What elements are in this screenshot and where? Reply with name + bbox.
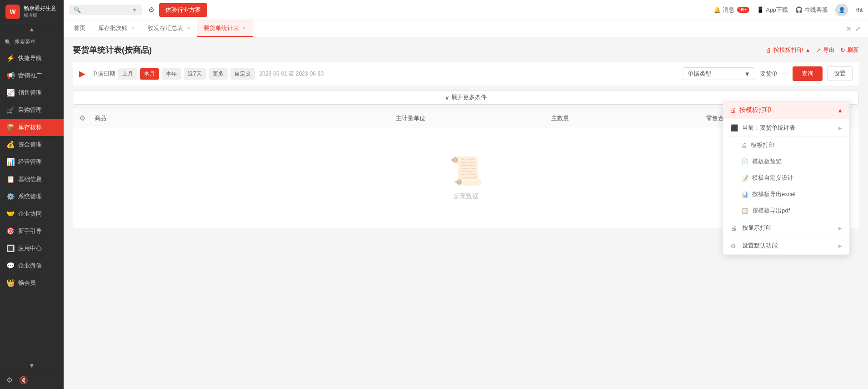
- page-header: 要货单统计表(按商品) 🖨 按模板打印 ▲ ↗ 导出 ↻ 刷新: [73, 45, 859, 56]
- topbar: 🔍 ▼ ⚙ 体验行业方案 🔔 消息 99+ 📱 App下载 🎧 在线客服 👤 R…: [64, 0, 868, 20]
- search-input[interactable]: [84, 7, 129, 13]
- print-btn-label: 按模板打印: [773, 46, 803, 54]
- date-btn-custom[interactable]: 自定义: [230, 68, 255, 80]
- dropdown-current-item[interactable]: ⬛ 当前：要货单统计表 ▶: [723, 119, 849, 136]
- window-expand-icon[interactable]: ⤢: [855, 25, 861, 32]
- sidebar-item-app-center[interactable]: 🔳 应用中心: [0, 240, 64, 257]
- display-print-icon: 🖨: [730, 224, 738, 232]
- tab-batch-account[interactable]: 库存批次账 ×: [92, 20, 141, 37]
- sidebar-item-quick-nav[interactable]: ⚡ 快捷导航: [0, 50, 64, 67]
- footer-help-icon[interactable]: 🔇: [19, 376, 28, 384]
- col-product-header: 商品: [95, 114, 387, 122]
- sidebar-item-wechat[interactable]: 💬 企业微信: [0, 257, 64, 274]
- search-menu-item[interactable]: 🔍 搜索菜单: [0, 35, 64, 50]
- tab-order-stats-close[interactable]: ×: [242, 25, 246, 31]
- dropdown-display-print[interactable]: 🖨 按显示打印 ▶: [723, 219, 849, 237]
- expand-more-label: 展开更多条件: [451, 93, 487, 101]
- query-btn[interactable]: 查询: [793, 66, 823, 81]
- sidebar-item-enterprise[interactable]: 🤝 企业协同: [0, 205, 64, 222]
- tab-collection-summary[interactable]: 收发存汇总表 ×: [141, 20, 197, 37]
- col-settings-icon[interactable]: ⚙: [79, 114, 85, 122]
- sidebar-item-basic-info[interactable]: 📋 基础信息: [0, 171, 64, 188]
- system-icon: ⚙️: [6, 192, 15, 201]
- expand-more-icon: ∨: [445, 94, 449, 101]
- scroll-down-btn[interactable]: ▼: [0, 360, 64, 371]
- settings-btn[interactable]: 设置: [827, 66, 853, 81]
- sidebar-item-marketing[interactable]: 📢 营销推广: [0, 67, 64, 84]
- sidebar-item-system[interactable]: ⚙️ 系统管理: [0, 188, 64, 205]
- sidebar-item-label: 采购管理: [18, 106, 42, 114]
- app-download-action[interactable]: 📱 App下载: [757, 6, 788, 14]
- tab-batch-account-label: 库存批次账: [98, 24, 128, 32]
- dropdown-template-preview[interactable]: 📄 模板板预览: [723, 153, 849, 170]
- date-btn-prev[interactable]: 上月: [118, 68, 137, 80]
- search-dropdown-icon[interactable]: ▼: [132, 7, 137, 13]
- tab-home-label: 首页: [74, 24, 85, 32]
- sidebar-nav: ⚡ 快捷导航 📢 营销推广 📈 销售管理 🛒 采购管理 📦 库存核算 💰 资金管…: [0, 50, 64, 360]
- sidebar: W 畅康通好生意 标准版 ▲ 🔍 搜索菜单 ⚡ 快捷导航 📢 营销推广 📈 销售…: [0, 0, 64, 389]
- user-avatar[interactable]: 👤: [835, 4, 848, 16]
- gear-icon[interactable]: ⚙: [148, 5, 155, 14]
- sidebar-item-finance[interactable]: 💰 资金管理: [0, 136, 64, 153]
- col-unit-header: 主计量单位: [396, 114, 542, 122]
- dropdown-export-pdf[interactable]: 📋 按模板导出pdf: [723, 202, 849, 219]
- tab-order-stats[interactable]: 要货单统计表 ×: [197, 20, 253, 37]
- sidebar-item-guide[interactable]: 🎯 新手引导: [0, 222, 64, 240]
- topbar-search-box[interactable]: 🔍 ▼: [69, 5, 142, 15]
- sidebar-item-label: 系统管理: [18, 192, 42, 201]
- download-icon: 📱: [757, 6, 764, 13]
- wechat-icon: 💬: [6, 262, 15, 270]
- export-excel-icon: 📊: [741, 191, 748, 198]
- date-btn-week7[interactable]: 近7天: [184, 68, 206, 80]
- members-icon: 👑: [6, 279, 15, 287]
- sidebar-item-label: 企业微信: [18, 262, 42, 270]
- date-btn-more[interactable]: 更多: [209, 68, 228, 80]
- online-service-action[interactable]: 🎧 在线客服: [795, 6, 828, 14]
- more-dots-icon[interactable]: ···: [782, 70, 788, 78]
- dropdown-arrow-icon: ▼: [744, 71, 750, 77]
- tab-batch-account-close[interactable]: ×: [130, 25, 135, 31]
- app-name: 畅康通好生意: [24, 5, 56, 12]
- date-btn-current[interactable]: 本月: [140, 68, 159, 80]
- sidebar-item-members[interactable]: 👑 畅会员: [0, 274, 64, 292]
- dropdown-header: 🖨 按模板打印 ▲: [723, 101, 849, 119]
- sidebar-item-operations[interactable]: 📊 经营管理: [0, 153, 64, 171]
- filter-expand-icon[interactable]: ▶: [79, 69, 85, 79]
- tab-collection-summary-close[interactable]: ×: [186, 25, 190, 31]
- dropdown-template-print[interactable]: 🖨 模板打印: [723, 137, 849, 153]
- enterprise-icon: 🤝: [6, 210, 15, 218]
- sidebar-item-label: 快捷导航: [18, 54, 42, 62]
- dropdown-template-custom[interactable]: 📝 模板自定义设计: [723, 170, 849, 186]
- refresh-btn[interactable]: ↻ 刷新: [840, 46, 859, 54]
- date-filter-label: 单据日期: [92, 70, 115, 78]
- sidebar-item-label: 畅会员: [18, 279, 36, 287]
- refresh-label: 刷新: [847, 46, 859, 54]
- dropdown-set-default[interactable]: ⚙ 设置默认功能 ▶: [723, 237, 849, 254]
- date-filter-section: 单据日期 上月 本月 本年 近7天 更多 自定义 2023-06-01 至 20…: [92, 68, 678, 80]
- print-dropdown-panel: 🖨 按模板打印 ▲ ⬛ 当前：要货单统计表 ▶: [723, 101, 850, 255]
- type-filter-dropdown[interactable]: 单据类型 ▼: [683, 67, 755, 80]
- sidebar-item-inventory[interactable]: 📦 库存核算: [0, 119, 64, 136]
- finance-icon: 💰: [6, 141, 15, 149]
- trial-btn[interactable]: 体验行业方案: [159, 3, 207, 17]
- sidebar-item-label: 营销推广: [18, 71, 42, 80]
- footer-settings-icon[interactable]: ⚙: [6, 376, 13, 384]
- main-content: 🔍 ▼ ⚙ 体验行业方案 🔔 消息 99+ 📱 App下载 🎧 在线客服 👤 R…: [64, 0, 868, 389]
- print-template-btn[interactable]: 🖨 按模板打印 ▲: [766, 46, 811, 54]
- tab-collection-summary-label: 收发存汇总表: [148, 24, 183, 32]
- search-icon: 🔍: [5, 39, 11, 45]
- sidebar-item-sales[interactable]: 📈 销售管理: [0, 84, 64, 101]
- dropdown-chevron-up[interactable]: ▲: [837, 107, 843, 114]
- goods-label: 要货单: [760, 70, 778, 78]
- messages-action[interactable]: 🔔 消息 99+: [713, 6, 749, 14]
- export-excel-label: 按模板导出excel: [752, 190, 795, 198]
- export-btn[interactable]: ↗ 导出: [816, 46, 835, 54]
- dropdown-export-excel[interactable]: 📊 按模板导出excel: [723, 186, 849, 202]
- date-btn-year[interactable]: 本年: [162, 68, 181, 80]
- window-close-icon[interactable]: ✕: [846, 25, 852, 32]
- scroll-up-btn[interactable]: ▲: [0, 24, 64, 35]
- sidebar-item-purchase[interactable]: 🛒 采购管理: [0, 101, 64, 119]
- sidebar-item-label: 经营管理: [18, 158, 42, 166]
- sidebar-item-label: 新手引导: [18, 227, 42, 235]
- tab-home[interactable]: 首页: [67, 20, 92, 37]
